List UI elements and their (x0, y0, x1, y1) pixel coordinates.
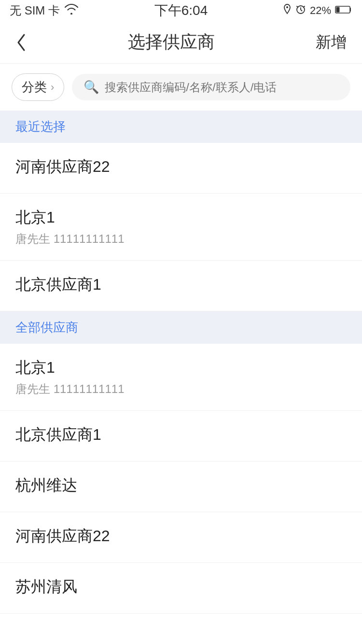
item-name: 北京1 (15, 357, 347, 378)
list-item[interactable]: 北京1唐先生 11111111111 (0, 194, 362, 261)
search-icon: 🔍 (84, 80, 99, 95)
battery-icon (335, 4, 352, 17)
chevron-right-icon: › (51, 81, 54, 94)
item-sub: 唐先生 11111111111 (15, 231, 347, 247)
alarm-icon (295, 4, 306, 17)
all-items-list: 北京1唐先生 11111111111北京供应商1杭州维达河南供应商22苏州清风 (0, 344, 362, 614)
recent-section-header: 最近选择 (0, 111, 362, 143)
all-section-header: 全部供应商 (0, 311, 362, 344)
item-sub: 唐先生 11111111111 (15, 381, 347, 397)
category-button[interactable]: 分类 › (12, 73, 64, 101)
status-bar: 无 SIM 卡 下午6:04 22% (0, 0, 362, 21)
recent-items-list: 河南供应商22北京1唐先生 11111111111北京供应商1 (0, 143, 362, 311)
svg-rect-3 (336, 7, 340, 13)
item-name: 北京供应商1 (15, 274, 347, 295)
list-item[interactable]: 北京供应商1 (0, 261, 362, 311)
list-item[interactable]: 苏州清风 (0, 563, 362, 614)
item-name: 河南供应商22 (15, 156, 347, 178)
item-name: 北京1 (15, 207, 347, 228)
list-item[interactable]: 河南供应商22 (0, 512, 362, 563)
list-item[interactable]: 河南供应商22 (0, 143, 362, 194)
status-left: 无 SIM 卡 (10, 3, 78, 18)
status-right: 22% (283, 4, 352, 17)
wifi-icon (65, 4, 78, 17)
list-item[interactable]: 北京供应商1 (0, 411, 362, 462)
page-title: 选择供应商 (128, 30, 215, 54)
list-item[interactable]: 北京1唐先生 11111111111 (0, 344, 362, 411)
item-name: 杭州维达 (15, 475, 347, 496)
back-button[interactable] (15, 33, 27, 52)
carrier-text: 无 SIM 卡 (10, 3, 60, 18)
location-icon (283, 4, 292, 17)
search-input[interactable] (105, 81, 339, 94)
list-item[interactable]: 杭州维达 (0, 462, 362, 512)
add-button[interactable]: 新增 (316, 32, 347, 53)
category-label: 分类 (22, 79, 47, 96)
search-box[interactable]: 🔍 (72, 74, 350, 100)
item-name: 苏州清风 (15, 576, 347, 598)
item-name: 河南供应商22 (15, 526, 347, 547)
item-name: 北京供应商1 (15, 424, 347, 446)
svg-point-0 (286, 6, 288, 8)
battery-text: 22% (310, 4, 331, 17)
nav-bar: 选择供应商 新增 (0, 21, 362, 64)
filter-bar: 分类 › 🔍 (0, 64, 362, 111)
all-section-label: 全部供应商 (15, 320, 78, 335)
recent-section-label: 最近选择 (15, 119, 66, 134)
status-time: 下午6:04 (154, 1, 208, 20)
